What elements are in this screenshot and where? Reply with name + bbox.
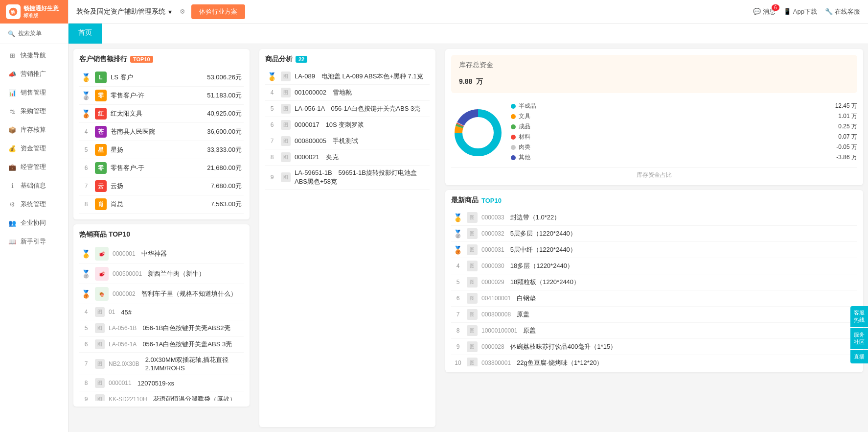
mid-hot-icon-4: 图	[281, 120, 291, 130]
new-prod-icon-7: 图	[467, 309, 478, 320]
customer-name-3: 红太阳文具	[111, 109, 203, 118]
sidebar-item-basic[interactable]: ℹ 基础信息	[0, 176, 68, 195]
float-btn-community[interactable]: 服务社区	[850, 328, 868, 349]
system-title[interactable]: 装备及固定资产辅助管理系统 ▾	[76, 7, 172, 16]
new-medal-bronze: 🥉	[453, 245, 463, 255]
new-prod-row-7: 7 图 000800008 原盖	[451, 307, 857, 323]
sidebar-item-sales-label: 销售管理	[21, 88, 46, 97]
float-buttons: 客服热线 服务社区 直播	[850, 306, 868, 363]
sidebar-item-inventory[interactable]: 📦 库存核算	[0, 120, 68, 139]
sidebar-item-operations[interactable]: 💼 经营管理	[0, 158, 68, 176]
hot-row-3: 🥉 🍖 0000002 智利车子里（规格不知道填什么）	[79, 284, 244, 304]
hot-icon-6: 图	[95, 339, 105, 349]
donut-section: 半成品 12.45 万 文具 1.01 万 成品 0.25 万	[451, 98, 857, 168]
mid-hot-name-4: 0000017 10S 变刺罗浆	[295, 120, 428, 129]
legend-dot-6	[511, 155, 516, 160]
newest-products-title-text: 最新商品	[451, 196, 479, 205]
chart-icon: 📊	[8, 88, 17, 97]
customer-amount-6: 21,680.00元	[207, 164, 242, 172]
float-btn-live[interactable]: 直播	[850, 350, 868, 363]
sidebar-item-sales[interactable]: 📊 销售管理	[0, 83, 68, 102]
new-prod-code-3: 0000031	[481, 246, 504, 253]
search-menu-container: 🔍 搜索菜单	[0, 24, 68, 44]
medal-silver-icon: 🥈	[81, 91, 91, 100]
system-title-text: 装备及固定资产辅助管理系统	[76, 7, 165, 16]
new-prod-row-3: 🥉 图 0000031 5层中纤（1220*2440）	[451, 242, 857, 258]
sidebar-item-purchase[interactable]: 🛍 采购管理	[0, 102, 68, 120]
legend-dot-1	[511, 104, 516, 109]
legend-dot-5	[511, 145, 516, 150]
customer-amount-8: 7,563.00元	[210, 200, 242, 209]
customer-top-badge: TOP10	[130, 56, 153, 63]
hot-products-left-title: 热销商品 TOP10	[79, 230, 244, 239]
guide-icon: 📖	[8, 237, 17, 246]
main-area: 装备及固定资产辅助管理系统 ▾ ⚙ 体验行业方案 💬 消息 6 📱 App下载 …	[69, 0, 868, 432]
online-service-item[interactable]: 🔧 在线客服	[825, 7, 860, 16]
legend-item-4: 材料 0.07 万	[511, 133, 857, 141]
search-menu-button[interactable]: 🔍 搜索菜单	[5, 27, 63, 40]
avatar-4: 苍	[95, 126, 107, 138]
sidebar-item-marketing[interactable]: 📣 营销推广	[0, 65, 68, 83]
mid-rank-num-4: 6	[267, 121, 277, 128]
hot-icon-9: 图	[95, 394, 105, 401]
gear-icon: ⚙	[8, 200, 17, 209]
sidebar-item-finance[interactable]: 💰 资金管理	[0, 139, 68, 158]
mid-hot-icon-1: 图	[281, 72, 291, 81]
mid-column: 商品分析 22 🥇 图 LA-089 电池盖 LA-089 ABS本色+黑种 7…	[254, 44, 440, 432]
medal-gold-icon: 🥇	[81, 73, 91, 82]
app-download-item[interactable]: 📱 App下载	[783, 7, 817, 16]
message-item[interactable]: 💬 消息 6	[753, 7, 776, 16]
customer-amount-5: 33,333.00元	[207, 145, 242, 154]
avatar-6: 零	[95, 162, 107, 174]
hot-row-1: 🥇 🥩 0000001 中华神器	[79, 244, 244, 264]
customer-ranking-card: 客户销售额排行 TOP10 🥇 L LS 客户 53,006.26元 🥈 零 零…	[73, 49, 250, 219]
hot-rank-6: 6	[81, 341, 91, 348]
new-prod-icon-5: 图	[467, 277, 478, 288]
mid-hot-icon-2: 图	[281, 88, 291, 97]
hot-name-7: 2.0X30MM双插花轴,插花直径2.1MM/ROHS	[145, 356, 242, 372]
sidebar-item-purchase-label: 采购管理	[21, 107, 46, 116]
bag-icon: 🛍	[8, 107, 17, 116]
new-prod-icon-3: 图	[467, 244, 478, 255]
rank-num-6: 6	[81, 165, 91, 171]
online-service-label: 在线客服	[835, 7, 860, 16]
new-prod-row-6: 6 图 004100001 白钢垫	[451, 290, 857, 307]
sidebar-item-basic-label: 基础信息	[21, 181, 46, 190]
hot-rank-9: 9	[81, 396, 91, 401]
hot-img-2: 🥩	[95, 267, 109, 281]
hot-products-left-title-text: 热销商品 TOP10	[79, 230, 130, 239]
hot-products-mid-title: 商品分析 22	[265, 55, 430, 64]
search-menu-label: 搜索菜单	[18, 29, 42, 38]
hot-icon-7: 图	[95, 359, 105, 369]
hot-name-5: 056-1B白色按键开关壳ABS2壳	[142, 324, 242, 333]
new-prod-name-8: 原盖	[523, 326, 855, 335]
sidebar-item-collab[interactable]: 👥 企业协同	[0, 214, 68, 232]
mid-hot-name-1: LA-089 电池盖 LA-089 ABS本色+黑种 7.1克	[295, 72, 428, 81]
legend-val-2: 1.01 万	[828, 112, 857, 120]
customer-amount-4: 36,600.00元	[207, 127, 242, 136]
home-icon: ⊞	[8, 51, 17, 60]
mid-hot-name-7: LA-59651-1B 59651-1B旋转投影灯电池盒ABS黑色+58克	[295, 168, 428, 186]
legend-item-5: 肉类 -0.05 万	[511, 143, 857, 151]
trial-button[interactable]: 体验行业方案	[191, 4, 245, 19]
new-prod-code-10: 003800001	[481, 360, 511, 366]
settings-icon[interactable]: ⚙	[180, 8, 185, 15]
sidebar-item-quicknav[interactable]: ⊞ 快捷导航	[0, 46, 68, 65]
sidebar-item-inventory-label: 库存核算	[21, 125, 46, 134]
new-prod-icon-10: 图	[467, 358, 478, 366]
customer-rank-row-7: 7 云 云扬 7,680.00元	[79, 177, 244, 195]
right-column: 库存总资金 9.88 万	[440, 44, 868, 432]
customer-rank-row-8: 8 肖 肖总 7,563.00元	[79, 195, 244, 214]
legend-name-3: 成品	[519, 122, 825, 131]
new-prod-num-10: 10	[453, 360, 463, 366]
mid-rank-num-6: 8	[267, 154, 277, 161]
sidebar-item-system[interactable]: ⚙ 系统管理	[0, 195, 68, 214]
hot-row-8: 8 图 0000011 12070519-xs	[79, 375, 244, 391]
sidebar-item-guide[interactable]: 📖 新手引导	[0, 232, 68, 251]
customer-rank-row-1: 🥇 L LS 客户 53,006.26元	[79, 69, 244, 87]
mid-hot-icon-7: 图	[281, 172, 291, 182]
float-btn-service[interactable]: 客服热线	[850, 306, 868, 327]
legend-val-1: 12.45 万	[828, 102, 857, 110]
tab-home[interactable]: 首页	[69, 24, 102, 44]
new-prod-row-2: 🥈 图 0000032 5层多层（1220*2440）	[451, 226, 857, 242]
